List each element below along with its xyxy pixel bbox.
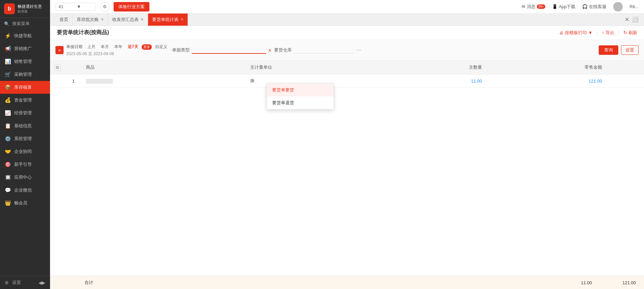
basic-icon: 📋 <box>5 123 11 129</box>
header-right: ✉ 消息 99+ 📱 App下载 🎧 在线客服 Rit... <box>522 2 639 12</box>
sidebar-item-sales[interactable]: 📊 销售管理 <box>0 55 50 68</box>
notification-badge: 99+ <box>537 4 545 9</box>
sidebar-item-label: 快捷导航 <box>14 33 32 39</box>
tab-inventory-batch[interactable]: 库存批次账 ✕ <box>73 14 108 26</box>
sidebar-item-guide[interactable]: 🎯 新手引导 <box>0 158 50 171</box>
filter-expand-button[interactable]: » <box>55 46 64 54</box>
online-service-button[interactable]: 🎧 在线客服 <box>582 4 606 10</box>
print-icon: 🖨 <box>559 30 564 35</box>
cell-quantity: 11.00 <box>387 74 486 88</box>
sidebar-toggle-icon[interactable]: ◀▶ <box>39 280 45 285</box>
header-settings-button[interactable]: ⚙ <box>100 2 110 12</box>
dropdown-item-order-goods[interactable]: 要货单要货 <box>267 84 334 96</box>
sidebar-item-operations[interactable]: 📈 经营管理 <box>0 107 50 119</box>
page-actions: 🖨 按模板打印 ▼ | ↑ 导出 | ↻ 刷新 <box>559 30 637 36</box>
filter-type-input[interactable] <box>192 47 266 54</box>
dropdown-item-order-return[interactable]: 要货单退货 <box>267 96 334 109</box>
gear-icon: ⚙ <box>103 4 107 9</box>
user-avatar[interactable] <box>613 2 623 12</box>
member-icon: 👑 <box>5 200 11 206</box>
app-download-button[interactable]: 📱 App下载 <box>552 4 575 10</box>
content-area: 要货单统计表(按商品) 🖨 按模板打印 ▼ | ↑ 导出 | ↻ 刷新 <box>50 26 644 289</box>
sidebar-item-apps[interactable]: 🔲 应用中心 <box>0 171 50 184</box>
quick-nav-icon: ⚡ <box>5 33 11 39</box>
sidebar-item-inventory[interactable]: 📦 库存核算 <box>0 81 50 94</box>
query-button[interactable]: 查询 <box>599 45 618 55</box>
tab-inventory-summary[interactable]: 收发存汇总表 ✕ <box>108 14 148 26</box>
sidebar-item-basic[interactable]: 📋 基础信息 <box>0 119 50 132</box>
filter-date-this-year[interactable]: 本年 <box>112 43 124 50</box>
export-label: 导出 <box>605 30 614 36</box>
filter-warehouse-input[interactable] <box>294 47 355 53</box>
tab-label: 要货单统计表 <box>152 17 178 23</box>
settings-button[interactable]: 设置 <box>621 45 639 55</box>
product-name-placeholder <box>86 79 113 84</box>
search-label: 搜索菜单 <box>12 21 30 27</box>
main-area: 41 ▼ ⚙ 体验行业方案 ✉ 消息 99+ 📱 App下载 🎧 在线客服 <box>50 0 644 289</box>
cell-extra <box>606 74 644 88</box>
sidebar-settings[interactable]: ⚙ 设置 ◀▶ <box>0 276 50 289</box>
sidebar-item-wechat[interactable]: 💬 企业微信 <box>0 184 50 197</box>
sidebar-item-quick-nav[interactable]: ⚡ 快捷导航 <box>0 29 50 42</box>
filter-more-button[interactable]: ··· <box>357 47 361 53</box>
guide-icon: 🎯 <box>5 161 11 168</box>
notifications-label: 消息 <box>527 4 535 10</box>
sidebar: b 畅捷通好生意 标准版 🔍 搜索菜单 ⚡ 快捷导航 📢 营销推广 📊 销售管理… <box>0 0 50 289</box>
refresh-action[interactable]: ↻ 刷新 <box>623 30 637 36</box>
print-dropdown-icon: ▼ <box>588 30 593 35</box>
filter-more-badge[interactable]: 更多 <box>142 44 152 50</box>
sidebar-item-member[interactable]: 👑 畅会员 <box>0 197 50 209</box>
filter-date-7days[interactable]: 近7天 <box>126 43 140 50</box>
purchase-icon: 🛒 <box>5 71 11 77</box>
amount-link[interactable]: 121.00 <box>589 79 602 84</box>
cell-product <box>82 74 246 88</box>
export-action[interactable]: ↑ 导出 <box>602 30 614 36</box>
tab-order-stats[interactable]: 要货单统计表 ✕ <box>148 14 188 26</box>
sidebar-item-label: 系统管理 <box>14 136 32 142</box>
app-download-label: App下载 <box>559 4 575 10</box>
tab-bar-right: ✕ ⬜ <box>625 16 639 23</box>
filter-warehouse-section: 要货仓库 ··· <box>274 47 361 53</box>
table-settings-icon[interactable]: ⚙ <box>54 64 61 71</box>
filter-actions: 查询 设置 <box>599 45 639 55</box>
sidebar-item-purchase[interactable]: 🛒 采购管理 <box>0 68 50 81</box>
tab-close-icon[interactable]: ✕ <box>141 17 144 22</box>
sidebar-item-label: 营销推广 <box>14 46 32 52</box>
user-name-label: Rit... <box>629 4 639 9</box>
tab-close-icon[interactable]: ✕ <box>101 17 104 22</box>
trial-button[interactable]: 体验行业方案 <box>114 2 149 12</box>
settings-icon: ⚙ <box>5 280 9 285</box>
footer-amount: 121.00 <box>596 280 640 285</box>
filter-type-label: 单据类型 <box>172 47 190 53</box>
table-footer: 合计 11.00 121.00 <box>50 276 644 289</box>
top-header: 41 ▼ ⚙ 体验行业方案 ✉ 消息 99+ 📱 App下载 🎧 在线客服 <box>50 0 644 14</box>
tab-home[interactable]: 首页 <box>55 14 73 26</box>
filter-type-dropdown-icon[interactable]: ∧ <box>268 47 271 53</box>
app-icon: 📱 <box>552 4 557 9</box>
filter-warehouse-label: 要货仓库 <box>274 47 292 53</box>
wechat-icon: 💬 <box>5 187 11 193</box>
print-action[interactable]: 🖨 按模板打印 ▼ <box>559 30 593 36</box>
tab-close-icon[interactable]: ✕ <box>181 17 184 22</box>
sidebar-item-enterprise[interactable]: 🤝 企业协同 <box>0 145 50 158</box>
col-quantity: 主数量 <box>387 61 486 74</box>
type-dropdown: 要货单要货 要货单退货 <box>266 83 334 110</box>
quantity-link[interactable]: 11.00 <box>471 79 482 84</box>
filter-date-this-month[interactable]: 本月 <box>99 43 111 50</box>
sidebar-item-marketing[interactable]: 📢 营销推广 <box>0 42 50 55</box>
print-label: 按模板打印 <box>565 30 587 36</box>
notifications-button[interactable]: ✉ 消息 99+ <box>522 4 545 10</box>
refresh-icon: ↻ <box>623 30 627 35</box>
org-selector[interactable]: 41 ▼ <box>55 3 96 10</box>
filter-date-custom[interactable]: 自定义 <box>153 43 169 50</box>
filter-date-prev-month[interactable]: 上月 <box>85 43 97 50</box>
header-left: 41 ▼ ⚙ 体验行业方案 <box>55 2 149 12</box>
search-menu[interactable]: 🔍 搜索菜单 <box>0 18 50 29</box>
tab-label: 库存批次账 <box>77 17 99 23</box>
close-window-button[interactable]: ✕ <box>625 16 629 23</box>
filter-type-section: 单据类型 ∧ <box>172 47 271 54</box>
sidebar-item-label: 库存核算 <box>14 84 32 90</box>
expand-window-button[interactable]: ⬜ <box>632 16 639 23</box>
sidebar-item-system[interactable]: ⚙️ 系统管理 <box>0 132 50 145</box>
sidebar-item-finance[interactable]: 💰 资金管理 <box>0 94 50 107</box>
